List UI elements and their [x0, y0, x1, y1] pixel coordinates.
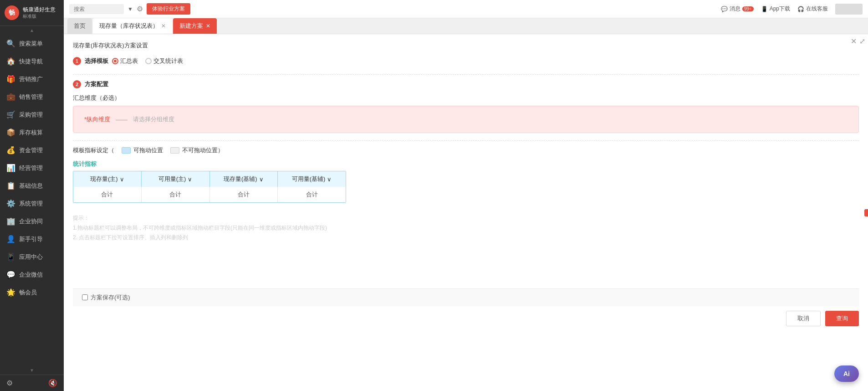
stats-table-body: 合计 合计 合计 合计 [73, 187, 346, 202]
tab-home[interactable]: 首页 [67, 18, 92, 34]
app-edition: 标准版 [23, 13, 56, 20]
user-avatar[interactable] [835, 4, 863, 15]
sidebar-item-purchase[interactable]: 🛒 采购管理 [0, 106, 64, 123]
sidebar-scroll-up[interactable]: ▲ [0, 26, 64, 35]
close-panel-btn[interactable]: ✕ [851, 37, 857, 46]
section1-header: 1 选择模板 汇总表 交叉统计表 [73, 57, 859, 65]
col-header-2[interactable]: 现存量(基辅) ∨ [210, 171, 278, 187]
member-icon: 🌟 [6, 288, 15, 297]
save-option[interactable]: 方案保存(可选) [82, 293, 130, 302]
main-area: ▼ ⚙ 体验行业方案 💬 消息 99+ 📱 App下载 🎧 在线客服 首页 [64, 0, 868, 391]
sidebar-item-label: 采购管理 [19, 111, 43, 119]
settings-icon[interactable]: ⚙ [137, 5, 143, 13]
tab-inventory-status[interactable]: 现存量（库存状况表） ✕ [93, 18, 172, 34]
col-header-label-1: 可用量(主) [158, 175, 186, 183]
topbar: ▼ ⚙ 体验行业方案 💬 消息 99+ 📱 App下载 🎧 在线客服 [64, 0, 868, 18]
tip-1: 1.拖动标题栏可以调整布局，不可跨维度或指标区域拖动栏目字段(只能在同一维度或指… [73, 223, 859, 233]
sidebar-item-wechat[interactable]: 💬 企业微信 [0, 266, 64, 283]
search-menu-icon: 🔍 [6, 39, 15, 48]
vertical-dim-area[interactable]: *纵向维度 —— 请选择分组维度 [73, 106, 859, 133]
scroll-up-arrow[interactable]: ▲ [30, 28, 34, 33]
sidebar-bottom: ⚙ 🔇 [0, 375, 64, 391]
message-badge: 99+ [742, 6, 754, 11]
search-input[interactable] [69, 4, 124, 14]
vertical-dim-dash: —— [116, 116, 128, 123]
business-icon: 📊 [6, 164, 15, 172]
sidebar-item-inventory[interactable]: 📦 库存核算 [0, 123, 64, 141]
expand-btn[interactable]: ⤢ [859, 37, 865, 46]
newbie-icon: 👤 [6, 235, 15, 243]
sidebar-item-marketing[interactable]: 🎁 营销推广 [0, 70, 64, 88]
sidebar-item-sales[interactable]: 💼 销售管理 [0, 88, 64, 106]
tab-new-plan[interactable]: 新建方案 ✕ [173, 18, 217, 34]
save-checkbox[interactable] [82, 294, 88, 300]
experience-btn[interactable]: 体验行业方案 [147, 3, 190, 15]
sidebar-item-quick-nav[interactable]: 🏠 快捷导航 [0, 52, 64, 70]
dropdown-button[interactable]: ▼ [128, 6, 133, 12]
sidebar-scroll-down[interactable]: ▼ [0, 366, 64, 375]
sidebar-item-search[interactable]: 🔍 搜索菜单 [0, 35, 64, 52]
query-button[interactable]: 查询 [825, 311, 859, 326]
section1-label: 选择模板 [85, 57, 108, 65]
section1-number: 1 [73, 57, 81, 65]
service-btn[interactable]: 🎧 在线客服 [797, 5, 828, 13]
message-icon: 💬 [721, 6, 728, 12]
tab-label: 新建方案 [179, 22, 203, 30]
tips-section: 提示： 1.拖动标题栏可以调整布局，不可跨维度或指标区域拖动栏目字段(只能在同一… [73, 213, 859, 243]
ai-button[interactable]: Ai [834, 365, 859, 382]
no-drag-legend: 不可拖动位置） [170, 146, 224, 154]
app-name: 畅康通好生意 [23, 6, 56, 14]
sidebar-item-apps[interactable]: 📱 应用中心 [0, 248, 64, 266]
radio-cross[interactable]: 交叉统计表 [145, 57, 183, 65]
no-drag-label: 不可拖动位置） [182, 146, 224, 154]
vertical-dim-placeholder: 请选择分组维度 [133, 115, 174, 123]
stats-table-header: 现存量(主) ∨ 可用量(主) ∨ 现存量(基辅) ∨ 可用量(基辅) ∨ [73, 171, 346, 187]
app-logo-icon: 畅 [5, 5, 19, 20]
col-header-1[interactable]: 可用量(主) ∨ [142, 171, 210, 187]
message-btn[interactable]: 💬 消息 99+ [721, 5, 754, 13]
settings-icon[interactable]: ⚙ [6, 379, 13, 387]
tab-bar: 首页 现存量（库存状况表） ✕ 新建方案 ✕ [64, 18, 868, 34]
cancel-button[interactable]: 取消 [786, 311, 821, 326]
radio-cross-btn[interactable] [145, 58, 152, 64]
tab-label: 现存量（库存状况表） [99, 22, 158, 30]
radio-summary-label: 汇总表 [120, 57, 138, 65]
sidebar-item-label: 新手引导 [19, 235, 43, 243]
tab-close-icon[interactable]: ✕ [206, 23, 210, 29]
radio-summary[interactable]: 汇总表 [112, 57, 138, 65]
section2-label: 方案配置 [85, 80, 108, 88]
app-label: App下载 [770, 5, 790, 13]
sidebar-item-business[interactable]: 📊 经营管理 [0, 159, 64, 177]
sidebar-item-label: 系统管理 [19, 200, 43, 208]
sidebar-item-label: 搜索菜单 [19, 40, 43, 48]
col-header-3[interactable]: 可用量(基辅) ∨ [278, 171, 346, 187]
divider-1 [73, 74, 859, 75]
sidebar-item-finance[interactable]: 💰 资金管理 [0, 141, 64, 159]
col-header-label-0: 现存量(主) [90, 175, 118, 183]
col-header-0[interactable]: 现存量(主) ∨ [73, 171, 142, 187]
sidebar-item-newbie[interactable]: 👤 新手引导 [0, 230, 64, 248]
sidebar-item-member[interactable]: 🌟 畅会员 [0, 283, 64, 301]
sales-icon: 💼 [6, 93, 15, 101]
divider-2 [73, 140, 859, 141]
apps-icon: 📱 [6, 252, 15, 261]
right-edge-tab[interactable] [864, 209, 868, 216]
stats-section-label: 统计指标 [73, 160, 859, 168]
indicator-row: 模板指标设定（ 可拖动位置 不可拖动位置） [73, 146, 859, 154]
radio-summary-btn[interactable] [112, 58, 118, 64]
sidebar-item-basic[interactable]: 📋 基础信息 [0, 177, 64, 195]
sidebar: 畅 畅康通好生意 标准版 ▲ 🔍 搜索菜单 🏠 快捷导航 🎁 营销推广 💼 销售… [0, 0, 64, 391]
section2-number: 2 [73, 80, 81, 88]
scroll-down-arrow[interactable]: ▼ [30, 368, 34, 373]
bottom-bar: 方案保存(可选) [73, 288, 859, 306]
headset-icon: 🎧 [797, 6, 804, 12]
save-option-label: 方案保存(可选) [91, 293, 130, 302]
app-download-btn[interactable]: 📱 App下载 [761, 5, 790, 13]
sidebar-nav: 🔍 搜索菜单 🏠 快捷导航 🎁 营销推广 💼 销售管理 🛒 采购管理 📦 库存核… [0, 35, 64, 366]
speaker-icon[interactable]: 🔇 [48, 379, 57, 387]
page-corner-buttons: ✕ ⤢ [848, 34, 868, 48]
tab-close-icon[interactable]: ✕ [161, 23, 166, 29]
col-header-arrow-3: ∨ [327, 176, 332, 183]
sidebar-item-system[interactable]: ⚙️ 系统管理 [0, 195, 64, 212]
sidebar-item-corp[interactable]: 🏢 企业协同 [0, 212, 64, 230]
